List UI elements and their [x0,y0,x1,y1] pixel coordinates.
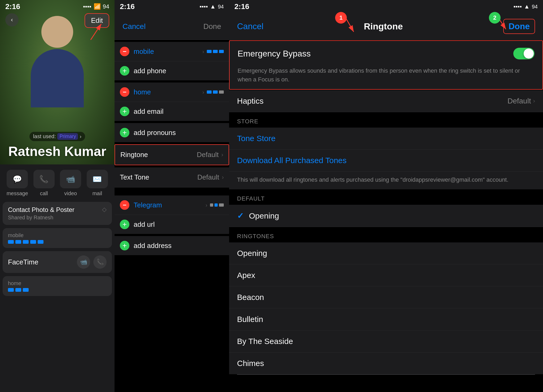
tone-row-bulletin[interactable]: Bulletin [229,308,543,330]
wifi-icon3: ▲ [524,3,530,10]
remove-telegram-button[interactable]: − [120,200,129,210]
telegram-row[interactable]: − Telegram › [115,195,229,215]
download-desc-row: This will download all ringtones and ale… [229,172,543,189]
add-email-row[interactable]: + add email [115,102,229,121]
mail-button[interactable]: ✉️ mail [85,170,109,197]
status-icons-panel1: ▪▪▪▪ 📶 94 [83,3,109,10]
mobile-section: − mobile › + add phone [115,42,229,80]
phone-dot [15,240,21,244]
contact-photo-title: Contact Photo & Poster [8,206,107,214]
add-pronouns-row[interactable]: + add pronouns [115,123,229,142]
message-button[interactable]: 💬 message [5,170,29,197]
cancel-button-panel2[interactable]: Cancel [122,22,146,31]
store-header: STORE [229,113,543,128]
call-button[interactable]: 📞 call [32,170,56,197]
emergency-bypass-row[interactable]: Emergency Bypass [230,41,542,66]
message-icon: 💬 [7,170,28,188]
tone-row-by-the-seaside[interactable]: By The Seaside [229,330,543,352]
back-button[interactable]: ‹ [5,13,19,27]
add-url-button[interactable]: + [120,220,129,229]
facetime-icons: 📹 📞 [77,255,107,269]
primary-badge: Primary [57,133,78,140]
add-pronouns-button[interactable]: + [120,128,129,137]
status-bar-panel1: 2:16 ▪▪▪▪ 📶 94 [0,0,115,13]
mobile-chevron: › [202,49,204,55]
toggle-thumb [524,49,534,59]
ringtone-label: Ringtone [120,151,197,159]
mobile-field-label: mobile [134,47,202,56]
add-email-button[interactable]: + [120,107,129,116]
done-button-panel3[interactable]: Done [503,19,535,34]
tone-row-beacon[interactable]: Beacon [229,286,543,308]
add-url-row[interactable]: + add url [115,215,229,234]
action-buttons: 💬 message 📞 call 📹 video ✉️ mail [0,164,115,202]
add-address-label: add address [134,242,224,250]
tone-row-apex[interactable]: Apex [229,264,543,286]
text-tone-value: Default [197,173,219,181]
address-section: + add address [115,236,229,255]
telegram-section: − Telegram › + add url [115,195,229,234]
done-button-panel2[interactable]: Done [203,22,221,31]
cancel-button-panel3[interactable]: Cancel [237,21,264,31]
mobile-row[interactable]: − mobile › [115,42,229,61]
add-phone-button[interactable]: + [120,66,129,76]
call-label: call [40,190,48,197]
last-used-badge: last used: Primary › [29,132,85,141]
tone-label-apex: Apex [237,271,255,280]
haptics-row[interactable]: Haptics Default › [229,90,543,112]
remove-mobile-button[interactable]: − [120,47,129,56]
tone-row-chimes[interactable]: Chimes [229,352,543,374]
mobile-value [8,240,107,244]
wifi-icon2: ▲ [210,3,216,10]
mobile-field[interactable]: mobile [3,228,112,248]
opening-checked-label: Opening [249,211,279,220]
download-description: This will download all ringtones and ale… [237,176,509,183]
edit-button[interactable]: Edit [85,13,109,28]
emergency-bypass-toggle[interactable] [513,48,535,59]
signal-icon3: ▪▪▪▪ [514,3,522,10]
video-button[interactable]: 📹 video [59,170,82,197]
download-all-row[interactable]: Download All Purchased Tones [229,150,543,172]
home-field[interactable]: home [3,276,112,296]
add-phone-row[interactable]: + add phone [115,61,229,80]
opening-checked-row[interactable]: ✓ Opening [229,205,543,227]
store-section: STORE Tone Store Download All Purchased … [229,113,543,189]
back-icon: ‹ [11,16,13,23]
tone-store-row[interactable]: Tone Store [229,128,543,150]
tone-row-opening[interactable]: Opening [229,242,543,264]
haptics-chevron: › [533,98,535,104]
checkmark-icon: ✓ [237,211,244,220]
home-row[interactable]: − home › [115,82,229,102]
text-tone-row[interactable]: Text Tone Default › [115,167,229,188]
emergency-bypass-label: Emergency Bypass [238,49,513,59]
emergency-bypass-description: Emergency Bypass allows sounds and vibra… [230,66,542,89]
default-section: DEFAULT ✓ Opening [229,190,543,227]
ringtone-header: Cancel Ringtone Done 1 2 [229,13,543,40]
add-phone-label: add phone [134,67,224,75]
person-head [41,16,73,48]
ringtone-content: Emergency Bypass Emergency Bypass allows… [229,40,543,392]
message-label: message [7,190,28,197]
add-address-button[interactable]: + [120,241,129,250]
ringtone-row[interactable]: Ringtone Default › [115,144,229,165]
time-panel1: 2:16 [5,2,20,11]
phone-dot [8,240,14,244]
phone-dot [23,288,29,292]
add-address-row[interactable]: + add address [115,236,229,255]
annotation-circle-2: 2 [489,12,501,24]
ringtone-chevron: › [221,151,223,158]
tone-label-bulletin: Bulletin [237,315,263,324]
facetime-label: FaceTime [8,258,38,266]
home-chevron: › [202,89,204,95]
battery-icon: 94 [103,3,109,10]
facetime-audio-icon[interactable]: 📞 [93,255,107,269]
signal-icon2: ▪▪▪▪ [200,3,208,10]
facetime-video-icon[interactable]: 📹 [77,255,90,269]
add-email-label: add email [134,107,224,116]
time-panel3: 2:16 [234,2,249,11]
contact-photo-card[interactable]: ◇ Contact Photo & Poster Shared by Ratne… [3,202,112,225]
remove-home-button[interactable]: − [120,87,129,97]
telegram-label: Telegram [134,201,205,209]
facetime-card[interactable]: FaceTime 📹 📞 [3,251,112,273]
call-icon: 📞 [33,170,55,188]
